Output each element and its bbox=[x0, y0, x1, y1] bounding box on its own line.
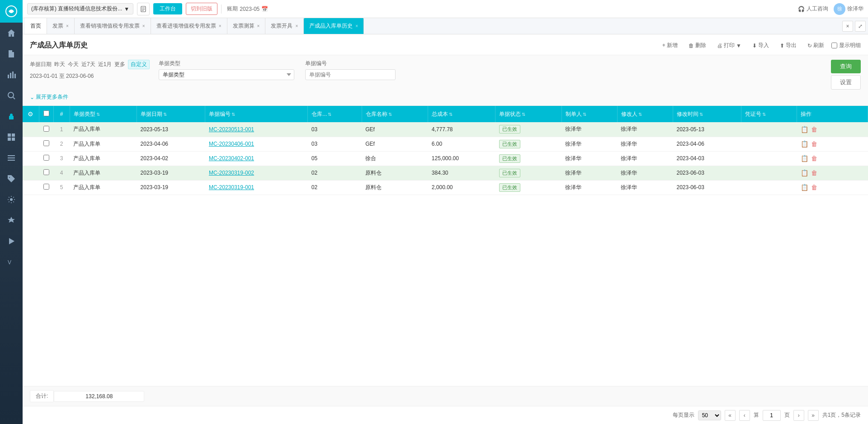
col-modifier[interactable]: 修改人⇅ bbox=[617, 106, 673, 122]
show-detail-toggle[interactable]: 显示明细 bbox=[831, 42, 861, 49]
row-checkbox-cell[interactable] bbox=[39, 166, 53, 180]
row-number-cell[interactable]: MC-20230319-002 bbox=[205, 166, 308, 180]
col-warehouse-name[interactable]: 仓库名称⇅ bbox=[362, 106, 428, 122]
expand-filter-btn[interactable]: ⌄ 展开更多条件 bbox=[30, 93, 861, 101]
tab-product-in[interactable]: 产成品入库单历史 × bbox=[304, 18, 364, 34]
tab-invoice-calc[interactable]: 发票测算 × bbox=[227, 18, 266, 34]
sidebar-item-grid[interactable] bbox=[0, 127, 23, 148]
tab-purchase-vat[interactable]: 查看进项增值税专用发票 × bbox=[151, 18, 227, 34]
row-delete-icon[interactable]: 🗑 bbox=[811, 126, 817, 133]
filter-type-select[interactable]: 单据类型 产品入库单 bbox=[159, 69, 294, 80]
tab-invoice-open-close[interactable]: × bbox=[295, 24, 298, 29]
next-page-btn[interactable]: › bbox=[793, 410, 804, 421]
col-number[interactable]: 单据编号⇅ bbox=[205, 106, 308, 122]
company-selector[interactable]: (库存核算) 直播轻纯通信息技术股份... ▼ bbox=[27, 3, 133, 14]
sidebar-item-play[interactable] bbox=[0, 231, 23, 252]
tab-purchase-vat-close[interactable]: × bbox=[219, 24, 222, 29]
tab-home[interactable]: 首页 bbox=[25, 18, 47, 34]
date-shortcut-1month[interactable]: 近1月 bbox=[98, 61, 112, 68]
col-voucher[interactable]: 凭证号⇅ bbox=[741, 106, 797, 122]
select-all-checkbox[interactable] bbox=[43, 110, 49, 116]
row-edit-icon[interactable]: 📋 bbox=[801, 155, 808, 162]
row-checkbox-cell[interactable] bbox=[39, 122, 53, 137]
col-modify-time[interactable]: 修改时间⇅ bbox=[673, 106, 741, 122]
row-delete-icon[interactable]: 🗑 bbox=[811, 140, 817, 148]
sidebar-item-settings[interactable] bbox=[0, 189, 23, 210]
sidebar-item-list[interactable] bbox=[0, 148, 23, 168]
row-checkbox[interactable] bbox=[43, 184, 49, 190]
row-checkbox[interactable] bbox=[43, 155, 49, 161]
row-checkbox[interactable] bbox=[43, 140, 49, 146]
page-input[interactable] bbox=[763, 410, 781, 421]
add-button[interactable]: + 新增 bbox=[659, 40, 681, 51]
switch-version-button[interactable]: 切到旧版 bbox=[186, 3, 217, 15]
tab-invoice[interactable]: 发票 × bbox=[47, 18, 75, 34]
refresh-button[interactable]: ↻ 刷新 bbox=[804, 40, 828, 51]
row-checkbox[interactable] bbox=[43, 169, 49, 175]
last-page-btn[interactable]: » bbox=[808, 410, 819, 421]
date-shortcut-yesterday[interactable]: 昨天 bbox=[54, 61, 65, 68]
col-status[interactable]: 单据状态⇅ bbox=[495, 106, 562, 122]
row-checkbox[interactable] bbox=[43, 126, 49, 132]
user-menu[interactable]: 徐 徐泽华 bbox=[834, 3, 863, 15]
calendar-icon[interactable]: 📅 bbox=[261, 6, 268, 12]
user-service-btn[interactable]: 🎧 人工咨询 bbox=[798, 5, 828, 13]
col-checkbox[interactable] bbox=[39, 106, 53, 122]
import-button[interactable]: ⬇ 导入 bbox=[749, 40, 773, 51]
col-type[interactable]: 单据类型⇅ bbox=[70, 106, 137, 122]
sidebar-item-version[interactable]: V bbox=[0, 252, 23, 272]
row-edit-icon[interactable]: 📋 bbox=[801, 184, 808, 191]
tab-sales-vat-close[interactable]: × bbox=[142, 24, 145, 29]
workbench-button[interactable]: 工作台 bbox=[153, 3, 182, 14]
tab-invoice-open[interactable]: 发票开具 × bbox=[265, 18, 304, 34]
col-settings[interactable]: ⚙ bbox=[23, 106, 39, 122]
col-total-cost[interactable]: 总成本⇅ bbox=[428, 106, 495, 122]
sidebar-item-tag[interactable] bbox=[0, 168, 23, 189]
settings-icon[interactable]: ⚙ bbox=[28, 110, 33, 118]
row-number-cell[interactable]: MC-20230406-001 bbox=[205, 137, 308, 151]
sidebar-item-star[interactable] bbox=[0, 210, 23, 231]
row-edit-icon[interactable]: 📋 bbox=[801, 169, 808, 176]
tab-sales-vat[interactable]: 查看销项增值税专用发票 × bbox=[75, 18, 151, 34]
print-button[interactable]: 🖨 打印 ▼ bbox=[713, 40, 745, 51]
date-shortcut-7days[interactable]: 近7天 bbox=[81, 61, 95, 68]
row-delete-icon[interactable]: 🗑 bbox=[811, 184, 817, 191]
tab-invoice-calc-close[interactable]: × bbox=[257, 24, 260, 29]
row-checkbox-cell[interactable] bbox=[39, 137, 53, 151]
col-date[interactable]: 单据日期⇅ bbox=[137, 106, 205, 122]
sidebar-item-chart[interactable] bbox=[0, 64, 23, 85]
row-delete-icon[interactable]: 🗑 bbox=[811, 155, 817, 162]
tab-close-all-btn[interactable]: × bbox=[842, 21, 853, 32]
reset-button[interactable]: 设置 bbox=[831, 75, 861, 90]
row-edit-icon[interactable]: 📋 bbox=[801, 140, 808, 148]
row-checkbox-cell[interactable] bbox=[39, 180, 53, 195]
col-warehouse-code[interactable]: 仓库...⇅ bbox=[308, 106, 362, 122]
doc-icon-btn[interactable] bbox=[137, 3, 150, 15]
first-page-btn[interactable]: « bbox=[725, 410, 736, 421]
date-shortcut-today[interactable]: 今天 bbox=[68, 61, 79, 68]
sidebar-item-lock[interactable] bbox=[0, 106, 23, 127]
sidebar-item-search[interactable] bbox=[0, 85, 23, 106]
tab-expand-btn[interactable]: ⤢ bbox=[855, 21, 866, 32]
row-number-cell[interactable]: MC-20230402-001 bbox=[205, 151, 308, 166]
row-edit-icon[interactable]: 📋 bbox=[801, 126, 808, 133]
app-logo[interactable] bbox=[0, 0, 23, 23]
sidebar-item-home[interactable] bbox=[0, 23, 23, 43]
date-shortcut-custom[interactable]: 自定义 bbox=[128, 60, 150, 69]
row-number-cell[interactable]: MC-20230319-001 bbox=[205, 180, 308, 195]
per-page-select[interactable]: 10 20 50 100 bbox=[698, 410, 721, 420]
search-button[interactable]: 查询 bbox=[831, 60, 861, 73]
prev-page-btn[interactable]: ‹ bbox=[739, 410, 750, 421]
date-shortcut-more[interactable]: 更多 bbox=[114, 61, 125, 68]
row-delete-icon[interactable]: 🗑 bbox=[811, 169, 817, 176]
sidebar-item-document[interactable] bbox=[0, 43, 23, 64]
row-checkbox-cell[interactable] bbox=[39, 151, 53, 166]
tab-product-in-close[interactable]: × bbox=[355, 24, 358, 29]
row-number-cell[interactable]: MC-20230513-001 bbox=[205, 122, 308, 137]
export-button[interactable]: ⬆ 导出 bbox=[776, 40, 800, 51]
filter-number-input[interactable] bbox=[305, 69, 396, 80]
show-detail-checkbox[interactable] bbox=[831, 43, 837, 48]
col-creator[interactable]: 制单人⇅ bbox=[561, 106, 617, 122]
delete-button[interactable]: 🗑 删除 bbox=[685, 40, 710, 51]
tab-invoice-close[interactable]: × bbox=[66, 24, 69, 29]
